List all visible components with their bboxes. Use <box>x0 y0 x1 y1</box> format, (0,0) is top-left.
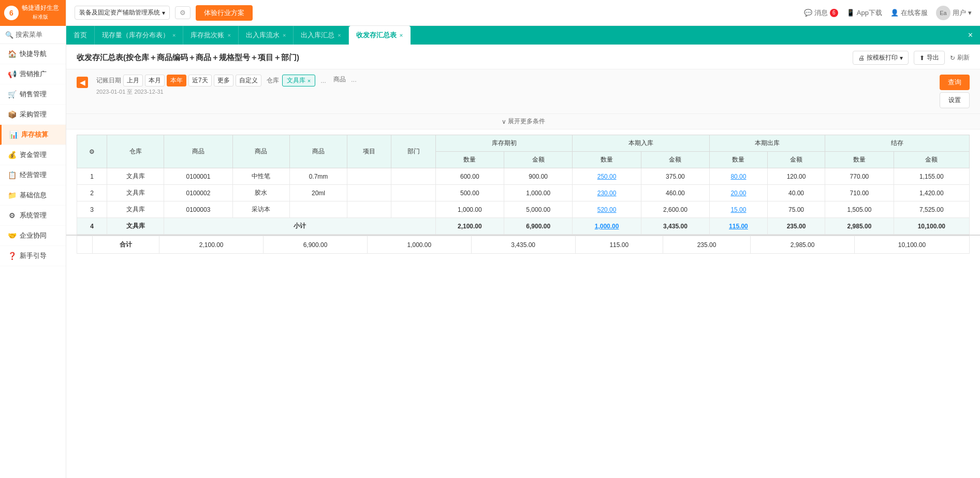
settings-icon-btn[interactable]: ⚙ <box>175 6 191 19</box>
online-service-btn[interactable]: 👤 在线客服 <box>890 8 928 18</box>
tab-summary[interactable]: 出入库汇总 × <box>294 26 348 45</box>
warehouse-tag[interactable]: 文具库 × <box>282 75 315 86</box>
tab-current-stock[interactable]: 现存量（库存分布表） × <box>95 26 183 45</box>
cell-project <box>347 168 391 185</box>
sidebar-item-inventory[interactable]: 📊 库存核算 <box>0 125 66 145</box>
warehouse-more-btn[interactable]: ... <box>318 76 328 85</box>
sidebar-item-label: 系统管理 <box>20 211 47 220</box>
system-selector[interactable]: 装备及固定资产辅助管理系统 ▾ <box>75 6 170 20</box>
close-all-tabs-btn[interactable]: × <box>961 31 980 40</box>
sales-icon: 🛒 <box>7 90 17 98</box>
table-row: 3 文具库 0100003 采访本 1,000.00 5,000.00 520.… <box>77 201 970 218</box>
message-label: 消息 <box>814 8 828 18</box>
cell-warehouse: 文具库 <box>107 185 164 201</box>
sidebar: 6 畅捷通好生意 标准版 🔍 搜索菜单 🏠 快捷导航 📢 营销推广 🛒 销售管理… <box>0 0 66 478</box>
date-this-year-btn[interactable]: 本年 <box>167 75 186 86</box>
table-row: 1 文具库 0100001 中性笔 0.7mm 600.00 900.00 25… <box>77 168 970 185</box>
basic-icon: 📁 <box>7 191 17 199</box>
expand-label: 展开更多条件 <box>508 117 545 126</box>
export-btn[interactable]: ⬆ 导出 <box>914 51 945 65</box>
system-icon: ⚙ <box>7 211 17 220</box>
date-7days-btn[interactable]: 近7天 <box>188 75 212 86</box>
th-spec: 商品 <box>289 135 347 168</box>
goods-filter-group: 商品 ... <box>333 75 359 84</box>
refresh-btn[interactable]: ↻ 刷新 <box>950 53 970 62</box>
sidebar-item-basic[interactable]: 📁 基础信息 <box>0 185 66 206</box>
cell-in-amt: 460.00 <box>641 185 709 201</box>
date-custom-btn[interactable]: 自定义 <box>236 75 261 86</box>
warehouse-tag-value: 文具库 <box>287 76 305 85</box>
expand-conditions-btn[interactable]: ∨ 展开更多条件 <box>502 117 545 126</box>
th-bal-amt: 金额 <box>894 152 969 168</box>
sidebar-item-sales[interactable]: 🛒 销售管理 <box>0 84 66 105</box>
main-content: 装备及固定资产辅助管理系统 ▾ ⚙ 体验行业方案 💬 消息 6 📱 App下载 … <box>66 0 980 478</box>
topbar-right: 💬 消息 6 📱 App下载 👤 在线客服 Ea 用户 ▾ <box>804 6 972 20</box>
cell-in-qty[interactable]: 230.00 <box>573 185 641 201</box>
tab-close-icon[interactable]: × <box>227 32 230 38</box>
subtotal-in-qty[interactable]: 1,000.00 <box>573 218 641 235</box>
sidebar-item-collab[interactable]: 🤝 企业协同 <box>0 226 66 246</box>
cell-open-qty: 1,000.00 <box>435 201 504 218</box>
date-last-month-btn[interactable]: 上月 <box>123 75 143 86</box>
experience-btn[interactable]: 体验行业方案 <box>196 5 253 21</box>
sidebar-item-quick-nav[interactable]: 🏠 快捷导航 <box>0 44 66 64</box>
sidebar-item-search[interactable]: 🔍 搜索菜单 <box>0 26 66 44</box>
date-more-btn[interactable]: 更多 <box>214 75 233 86</box>
query-btn[interactable]: 查询 <box>940 75 970 90</box>
goods-more-btn[interactable]: ... <box>349 75 359 84</box>
cell-open-qty: 600.00 <box>435 168 504 185</box>
subtotal-seq: 4 <box>77 218 107 235</box>
cell-out-qty[interactable]: 20.00 <box>710 185 768 201</box>
subtotal-row: 4 文具库 小计 2,100.00 6,900.00 1,000.00 3,43… <box>77 218 970 235</box>
cell-spec: 20ml <box>289 185 347 201</box>
tab-flow[interactable]: 出入库流水 × <box>239 26 294 45</box>
sidebar-item-operation[interactable]: 📋 经营管理 <box>0 165 66 185</box>
tab-receive-dispatch[interactable]: 收发存汇总表 × <box>349 26 411 45</box>
tab-close-icon[interactable]: × <box>400 32 403 38</box>
total-open-qty: 2,100.00 <box>159 236 264 254</box>
tab-close-icon[interactable]: × <box>338 32 341 38</box>
subtotal-warehouse: 文具库 <box>107 218 164 235</box>
sidebar-item-system[interactable]: ⚙ 系统管理 <box>0 206 66 226</box>
cell-in-qty[interactable]: 520.00 <box>573 201 641 218</box>
th-outbound: 本期出库 <box>710 135 825 152</box>
warehouse-tag-close[interactable]: × <box>308 78 311 84</box>
tab-batch[interactable]: 库存批次账 × <box>183 26 238 45</box>
subtotal-out-amt: 235.00 <box>767 218 825 235</box>
sidebar-item-marketing[interactable]: 📢 营销推广 <box>0 64 66 84</box>
sidebar-item-finance[interactable]: 💰 资金管理 <box>0 145 66 165</box>
filter-toggle-btn[interactable]: ◀ <box>77 77 88 88</box>
sidebar-item-guide[interactable]: ❓ 新手引导 <box>0 246 66 266</box>
table-row: 2 文具库 0100002 胶水 20ml 500.00 1,000.00 23… <box>77 185 970 201</box>
collab-icon: 🤝 <box>7 231 17 240</box>
print-btn[interactable]: 🖨 按模板打印 ▾ <box>853 51 909 65</box>
page-title: 收发存汇总表(按仓库＋商品编码＋商品＋规格型号＋项目＋部门) <box>77 53 299 63</box>
tab-close-icon[interactable]: × <box>172 32 175 38</box>
cell-out-qty[interactable]: 15.00 <box>710 201 768 218</box>
cell-bal-amt: 1,420.00 <box>894 185 969 201</box>
th-opening: 库存期初 <box>435 135 573 152</box>
cell-dept <box>391 168 435 185</box>
th-project: 项目 <box>347 135 391 168</box>
user-menu[interactable]: Ea 用户 ▾ <box>936 6 972 20</box>
th-bal-qty: 数量 <box>825 152 894 168</box>
tab-close-icon[interactable]: × <box>283 32 286 38</box>
filter-fields: 记账日期 上月 本月 本年 近7天 更多 自定义 2023-01-01 至 20… <box>96 75 931 96</box>
sidebar-item-purchase[interactable]: 📦 采购管理 <box>0 105 66 125</box>
tab-home[interactable]: 首页 <box>66 26 95 45</box>
date-this-month-btn[interactable]: 本月 <box>145 75 165 86</box>
filter-settings-btn[interactable]: 设置 <box>940 92 970 108</box>
cell-out-qty[interactable]: 80.00 <box>710 168 768 185</box>
tab-label: 现存量（库存分布表） <box>102 31 169 40</box>
cell-in-qty[interactable]: 250.00 <box>573 168 641 185</box>
tab-label: 出入库流水 <box>246 31 280 40</box>
app-download-btn[interactable]: 📱 App下载 <box>846 8 882 18</box>
subtotal-in-amt: 3,435.00 <box>641 218 709 235</box>
sidebar-item-label: 快捷导航 <box>20 49 47 59</box>
cell-seq: 3 <box>77 201 107 218</box>
total-bal-amt: 10,100.00 <box>855 236 970 254</box>
cell-dept <box>391 201 435 218</box>
th-settings[interactable]: ⚙ <box>77 135 107 168</box>
message-btn[interactable]: 💬 消息 6 <box>804 8 838 18</box>
subtotal-out-qty[interactable]: 115.00 <box>710 218 768 235</box>
